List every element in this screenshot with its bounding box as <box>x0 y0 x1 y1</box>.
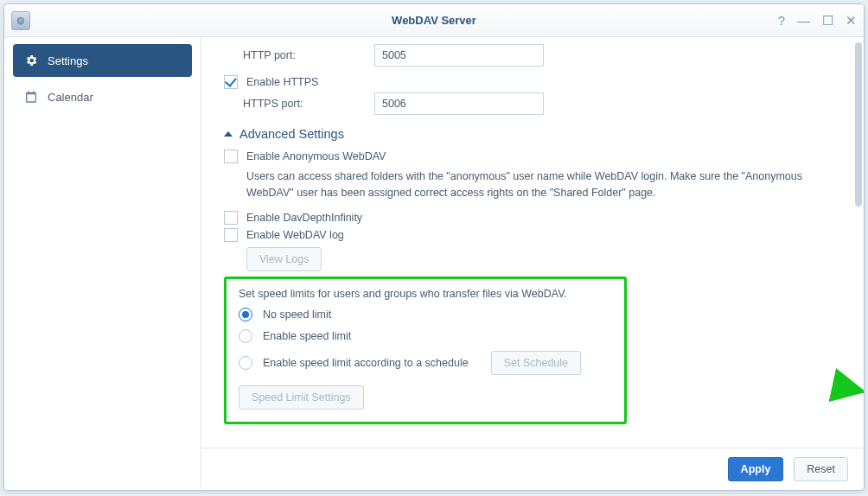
http-port-label: HTTP port: <box>243 49 374 61</box>
window: ◍ WebDAV Server ? — ☐ ✕ Settings Calenda… <box>3 3 865 491</box>
advanced-settings-header[interactable]: Advanced Settings <box>224 127 848 141</box>
set-schedule-button[interactable]: Set Schedule <box>491 351 581 375</box>
svg-line-0 <box>863 391 864 404</box>
calendar-icon <box>23 89 39 105</box>
window-controls: ? — ☐ ✕ <box>778 14 857 27</box>
gear-icon <box>23 53 39 68</box>
help-icon[interactable]: ? <box>778 14 785 27</box>
title-bar: ◍ WebDAV Server ? — ☐ ✕ <box>4 4 864 37</box>
schedule-speed-limit-label: Enable speed limit according to a schedu… <box>263 357 469 369</box>
body: Settings Calendar HTTP port: Enable HTTP… <box>4 37 864 490</box>
speed-limit-settings-button[interactable]: Speed Limit Settings <box>239 385 364 410</box>
footer-buttons: Apply Reset <box>201 448 864 490</box>
window-title: WebDAV Server <box>392 14 476 27</box>
anonymous-help-text: Users can access shared folders with the… <box>246 169 848 202</box>
chevron-up-icon <box>224 131 233 137</box>
enable-anonymous-label: Enable Anonymous WebDAV <box>246 150 386 162</box>
annotation-arrow <box>858 374 864 411</box>
content: HTTP port: Enable HTTPS HTTPS port: Adva… <box>201 37 864 448</box>
enable-https-checkbox[interactable] <box>224 75 238 89</box>
close-icon[interactable]: ✕ <box>846 14 857 27</box>
http-port-input[interactable] <box>374 44 544 67</box>
enable-speed-limit-label: Enable speed limit <box>263 330 351 342</box>
enable-depth-infinity-label: Enable DavDepthInfinity <box>246 212 362 224</box>
advanced-settings-title: Advanced Settings <box>239 127 344 141</box>
enable-webdav-log-checkbox[interactable] <box>224 228 238 242</box>
minimize-icon[interactable]: — <box>797 14 810 27</box>
no-speed-limit-radio[interactable] <box>239 308 252 321</box>
sidebar-item-label: Calendar <box>48 91 93 104</box>
enable-webdav-log-label: Enable WebDAV log <box>246 229 344 241</box>
scrollbar[interactable] <box>855 42 862 207</box>
maximize-icon[interactable]: ☐ <box>822 14 833 27</box>
sidebar-item-calendar[interactable]: Calendar <box>13 80 192 113</box>
speed-limit-desc: Set speed limits for users and groups wh… <box>239 288 612 300</box>
sidebar-item-settings[interactable]: Settings <box>13 44 192 77</box>
schedule-speed-limit-radio[interactable] <box>239 356 252 370</box>
sidebar: Settings Calendar <box>4 37 201 490</box>
reset-button[interactable]: Reset <box>794 457 848 481</box>
view-logs-button[interactable]: View Logs <box>246 247 322 271</box>
enable-https-label: Enable HTTPS <box>246 76 318 88</box>
apply-button[interactable]: Apply <box>728 457 784 481</box>
app-icon: ◍ <box>11 11 30 30</box>
content-wrap: HTTP port: Enable HTTPS HTTPS port: Adva… <box>201 37 864 490</box>
no-speed-limit-label: No speed limit <box>263 308 331 321</box>
https-port-label: HTTPS port: <box>243 98 374 110</box>
speed-limit-group: Set speed limits for users and groups wh… <box>224 277 627 424</box>
enable-anonymous-checkbox[interactable] <box>224 149 238 163</box>
sidebar-item-label: Settings <box>48 54 88 67</box>
enable-speed-limit-radio[interactable] <box>239 329 252 343</box>
https-port-input[interactable] <box>374 92 544 115</box>
enable-depth-infinity-checkbox[interactable] <box>224 211 238 225</box>
